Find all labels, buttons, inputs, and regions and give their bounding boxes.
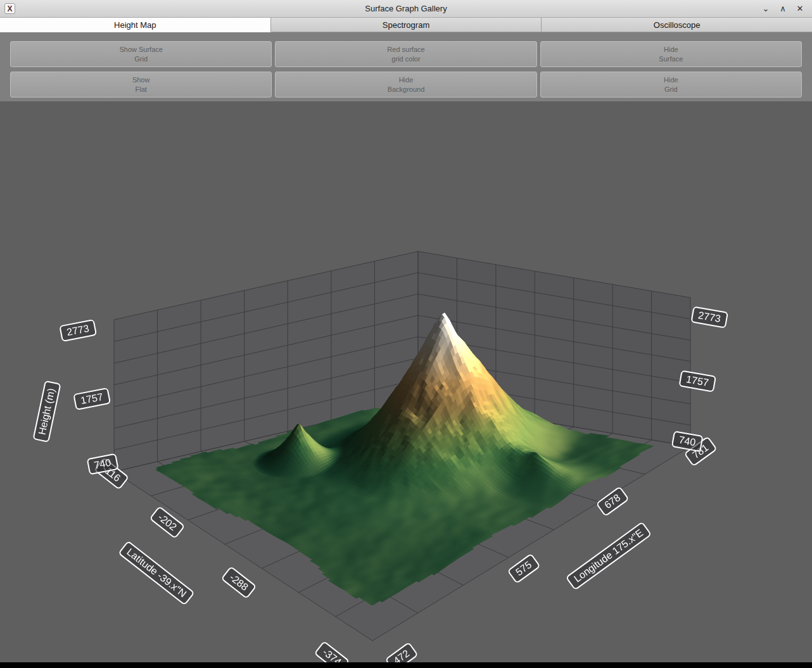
- button-label-line: Show: [132, 75, 150, 85]
- app-icon: X: [4, 3, 15, 14]
- surface-grid-color-button[interactable]: Red surface grid color: [275, 41, 536, 67]
- bottom-edge: [0, 662, 812, 668]
- surface-3d-view[interactable]: [0, 101, 812, 662]
- tab-oscilloscope[interactable]: Oscilloscope: [542, 18, 812, 32]
- button-label-line: Grid: [664, 85, 678, 94]
- hide-background-button[interactable]: Hide Background: [275, 72, 536, 98]
- window-controls: ⌄ ∧ ✕: [760, 4, 812, 13]
- tab-spectrogram[interactable]: Spectrogram: [271, 18, 542, 32]
- button-label-line: Red surface: [387, 45, 424, 54]
- button-label-line: Surface: [659, 54, 683, 64]
- button-label-line: Grid: [134, 54, 148, 64]
- toolbar: Show Surface Grid Red surface grid color…: [0, 32, 812, 101]
- button-label-line: Hide: [399, 75, 414, 85]
- app-window: X Surface Graph Gallery ⌄ ∧ ✕ Height Map…: [0, 0, 812, 668]
- window-title: Surface Graph Gallery: [0, 4, 812, 13]
- tab-bar: Height Map Spectrogram Oscilloscope: [0, 18, 812, 32]
- button-label-line: Hide: [664, 75, 678, 85]
- show-flat-button[interactable]: Show Flat: [10, 72, 272, 98]
- button-label-line: Background: [388, 85, 425, 94]
- titlebar: X Surface Graph Gallery ⌄ ∧ ✕: [0, 0, 812, 18]
- surface-plot: -116-202-288-374781678575472277317577402…: [0, 101, 812, 662]
- window-close-button[interactable]: ✕: [794, 4, 806, 13]
- hide-grid-button[interactable]: Hide Grid: [540, 72, 802, 98]
- button-label-line: grid color: [391, 54, 420, 64]
- hide-surface-button[interactable]: Hide Surface: [540, 41, 802, 67]
- tab-height-map[interactable]: Height Map: [0, 18, 271, 32]
- window-maximize-button[interactable]: ∧: [777, 4, 789, 13]
- window-shade-button[interactable]: ⌄: [760, 4, 771, 13]
- button-label-line: Hide: [664, 45, 678, 54]
- button-label-line: Show Surface: [119, 45, 162, 54]
- show-surface-grid-button[interactable]: Show Surface Grid: [10, 41, 272, 67]
- button-label-line: Flat: [135, 85, 146, 94]
